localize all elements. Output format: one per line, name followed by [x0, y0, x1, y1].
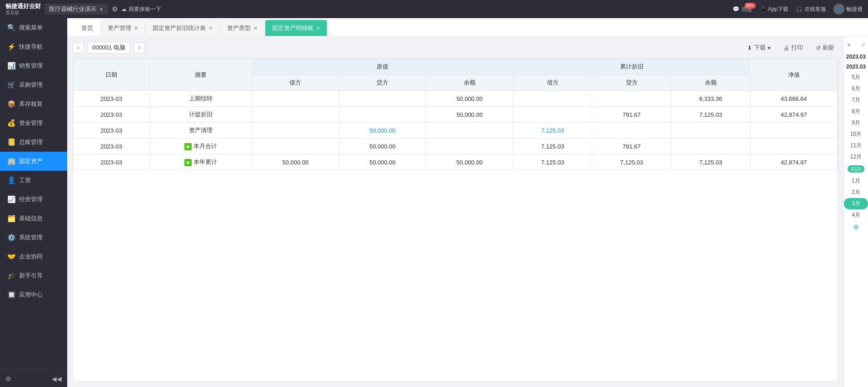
asset-code-tag: 000001 电脑: [87, 42, 130, 54]
month-item-7[interactable]: 7月: [844, 94, 868, 106]
sidebar-item-label: 基础信息: [19, 214, 43, 223]
month-item-12[interactable]: 12月: [844, 151, 868, 163]
tab-asset-detail[interactable]: 固定资产明细账 ✕: [265, 20, 327, 36]
th-orig-credit: 贷方: [339, 75, 426, 91]
app-center-icon: 🔲: [7, 291, 15, 299]
sidebar-item-sales[interactable]: 📊 销售管理: [0, 56, 67, 75]
sidebar-item-guide[interactable]: 🎓 新手引导: [0, 266, 67, 285]
sales-icon: 📊: [7, 62, 15, 70]
month-item-9[interactable]: 9月: [844, 117, 868, 129]
scroll-down-icon[interactable]: ⊕: [853, 223, 859, 231]
next-asset-button[interactable]: ›: [134, 42, 145, 53]
sidebar-item-label: 库存核算: [19, 100, 43, 108]
th-date: 日期: [74, 59, 149, 91]
app-icon: 📱: [759, 6, 766, 12]
close-icon[interactable]: ✕: [134, 25, 138, 31]
sidebar-item-label: 应用中心: [19, 291, 43, 299]
month-item-11[interactable]: 11月: [844, 140, 868, 151]
message-button[interactable]: 💬 消息 99+: [733, 5, 752, 13]
experience-button[interactable]: ☁ 我要体验一下: [121, 5, 161, 13]
tab-home[interactable]: 首页: [74, 20, 100, 36]
sidebar-item-quick-nav[interactable]: ⚡ 快捷导航: [0, 37, 67, 56]
month-item-4[interactable]: 4月: [844, 209, 868, 221]
sidebar-item-inventory[interactable]: 📦 库存核算: [0, 94, 67, 114]
sidebar-item-basic-info[interactable]: 🗂️ 基础信息: [0, 209, 67, 228]
sidebar-item-label: 采购管理: [19, 81, 43, 89]
th-accum-balance: 余额: [671, 75, 750, 91]
sidebar-item-app-center[interactable]: 🔲 应用中心: [0, 285, 67, 304]
company-settings-icon[interactable]: ⚙: [112, 5, 118, 13]
month-item-1[interactable]: 1月: [844, 175, 868, 187]
headset-icon: 🎧: [796, 6, 803, 12]
print-icon: 🖨: [784, 45, 789, 51]
close-icon[interactable]: ✕: [253, 25, 258, 31]
year-label-top1: 2023.03: [844, 52, 868, 62]
sidebar-item-purchase[interactable]: 🛒 采购管理: [0, 75, 67, 94]
th-original-value: 原值: [252, 59, 513, 75]
sidebar-item-label: 经营管理: [19, 195, 43, 203]
month-item-3[interactable]: 3月: [844, 198, 868, 209]
sidebar-item-ledger[interactable]: 📒 总账管理: [0, 133, 67, 152]
right-panel: ✕ ⤢ 2023.03 2023.03 5月 6月 7月 8月 9月 10月 1…: [843, 36, 868, 387]
th-accumulated-depreciation: 累计折旧: [513, 59, 750, 75]
app-download-button[interactable]: 📱 App下载: [759, 5, 789, 13]
user-profile-button[interactable]: 👤 畅捷通: [833, 4, 863, 15]
purchase-icon: 🛒: [7, 81, 15, 89]
sidebar-item-capital[interactable]: 💰 资金管理: [0, 114, 67, 133]
tab-depreciation-stats[interactable]: 固定资产折旧统计表 ✕: [146, 20, 219, 36]
dropdown-arrow-icon: ▼: [99, 7, 104, 12]
prev-asset-button[interactable]: ‹: [73, 42, 84, 53]
toolbar-right: ⬇ 下载 ▾ 🖨 打印 ↺ 刷新: [744, 42, 838, 54]
close-panel-icon[interactable]: ✕: [847, 42, 851, 48]
refresh-icon: ↺: [816, 45, 821, 51]
sidebar-item-search[interactable]: 🔍 搜索菜单: [0, 18, 67, 37]
table-row: 2023-03 上期结转 50,000.00 6,333.36 43,666.6…: [74, 91, 838, 107]
month-item-8[interactable]: 8月: [844, 106, 868, 117]
tab-asset-mgmt[interactable]: 资产管理 ✕: [101, 20, 145, 36]
main-layout: 🔍 搜索菜单 ⚡ 快捷导航 📊 销售管理 🛒 采购管理 📦 库存核算 💰 资金管…: [0, 18, 868, 387]
sidebar-bottom: ⚙ ◀◀: [0, 370, 67, 387]
company-selector[interactable]: 医疗器械行业演示 ▼: [45, 4, 108, 15]
year-badge-2023[interactable]: 2023: [848, 165, 864, 173]
sidebar-item-label: 资金管理: [19, 119, 43, 127]
toolbar-left: ‹ 000001 电脑 ›: [73, 42, 145, 54]
sidebar-item-wages[interactable]: 👤 工资: [0, 171, 67, 190]
th-summary: 摘要: [149, 59, 252, 91]
inventory-icon: 📦: [7, 100, 15, 108]
fixed-assets-icon: 🏢: [7, 157, 15, 165]
collapse-icon[interactable]: ◀◀: [52, 375, 62, 382]
search-icon: 🔍: [7, 24, 15, 32]
sidebar-item-system[interactable]: ⚙️ 系统管理: [0, 228, 67, 247]
print-button[interactable]: 🖨 打印: [780, 42, 807, 54]
topbar-left: 畅捷通好业财 普及版 医疗器械行业演示 ▼ ⚙ ☁ 我要体验一下: [5, 3, 161, 15]
sidebar-item-operations[interactable]: 📈 经营管理: [0, 190, 67, 209]
tabbar: 首页 资产管理 ✕ 固定资产折旧统计表 ✕ 资产类型 ✕ 固定资产明细账 ✕: [67, 18, 868, 36]
settings-bottom-icon[interactable]: ⚙: [5, 375, 11, 382]
basic-info-icon: 🗂️: [7, 214, 15, 223]
sidebar-item-fixed-assets[interactable]: 🏢 固定资产: [0, 152, 67, 171]
month-item-6[interactable]: 6月: [844, 83, 868, 94]
right-panel-header: ✕ ⤢: [844, 40, 868, 50]
month-item-5[interactable]: 5月: [844, 72, 868, 83]
sidebar-item-label: 搜索菜单: [19, 24, 43, 32]
th-net-value: 净值: [750, 59, 838, 91]
ledger-icon: 📒: [7, 138, 15, 146]
refresh-button[interactable]: ↺ 刷新: [812, 42, 838, 54]
close-icon[interactable]: ✕: [208, 25, 213, 31]
download-icon: ⬇: [747, 45, 752, 51]
close-icon[interactable]: ✕: [316, 25, 320, 31]
th-orig-debit: 借方: [252, 75, 339, 91]
table-row: 2023-03 ■本月合计 50,000.00 7,125.03 791.67: [74, 139, 838, 154]
customer-service-button[interactable]: 🎧 在线客服: [796, 5, 826, 13]
download-button[interactable]: ⬇ 下载 ▾: [744, 42, 774, 54]
dropdown-arrow-icon: ▾: [768, 45, 771, 51]
sidebar: 🔍 搜索菜单 ⚡ 快捷导航 📊 销售管理 🛒 采购管理 📦 库存核算 💰 资金管…: [0, 18, 67, 387]
tab-asset-type[interactable]: 资产类型 ✕: [220, 20, 264, 36]
month-item-2[interactable]: 2月: [844, 187, 868, 198]
sidebar-item-enterprise[interactable]: 🤝 企业协同: [0, 247, 67, 266]
sidebar-item-label: 快捷导航: [19, 43, 43, 51]
month-item-10[interactable]: 10月: [844, 129, 868, 140]
sidebar-item-label: 销售管理: [19, 62, 43, 70]
expand-panel-icon[interactable]: ⤢: [861, 42, 865, 48]
guide-icon: 🎓: [7, 272, 15, 280]
